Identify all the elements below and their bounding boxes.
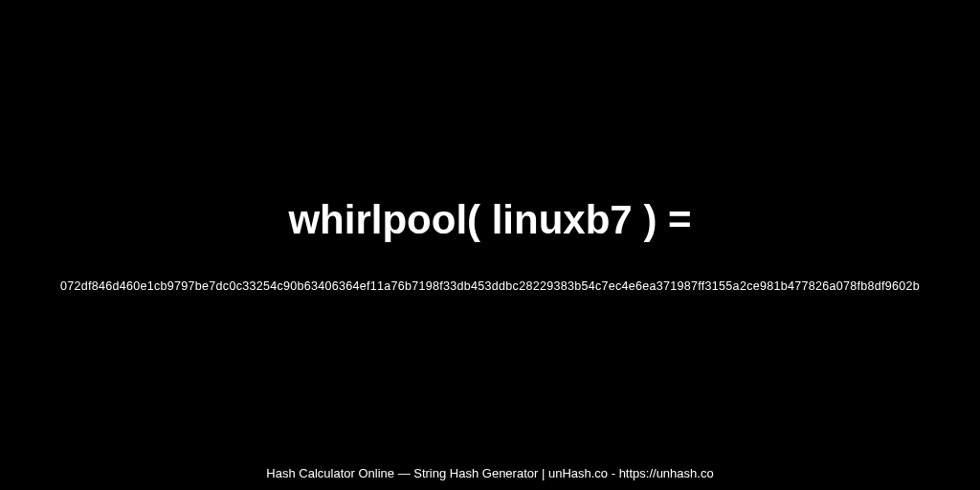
footer-text: Hash Calculator Online — String Hash Gen…: [0, 466, 980, 480]
hash-output-value: 072df846d460e1cb9797be7dc0c33254c90b6340…: [60, 279, 920, 293]
main-content: whirlpool( linuxb7 ) = 072df846d460e1cb9…: [0, 0, 980, 490]
hash-expression: whirlpool( linuxb7 ) =: [288, 197, 691, 243]
